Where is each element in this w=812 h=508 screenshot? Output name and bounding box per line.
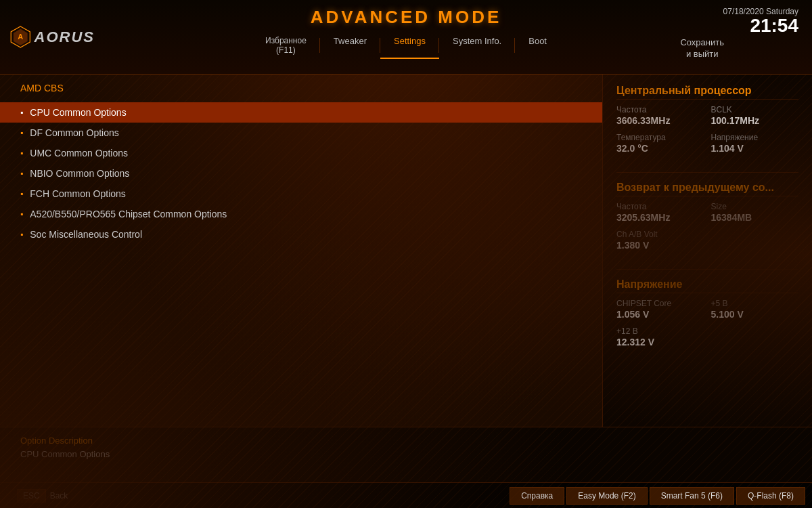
- menu-item-nbio-common[interactable]: NBIO Common Options: [0, 163, 602, 184]
- datetime-area: 07/18/2020 Saturday 21:54: [723, 7, 798, 35]
- menu-item-df-common[interactable]: DF Common Options: [0, 123, 602, 143]
- nav-tabs: Избранное (F11) Tweaker Settings System …: [252, 33, 560, 59]
- menu-item-soc-misc[interactable]: Soc Miscellaneous Control: [0, 224, 602, 245]
- advanced-mode-title: ADVANCED MODE: [252, 7, 560, 28]
- aorus-logo-icon: A: [10, 18, 31, 56]
- bg-lines: [0, 0, 812, 508]
- save-exit-button[interactable]: Сохранитьи выйти: [680, 37, 724, 60]
- menu-item-chipset-common[interactable]: A520/B550/PRO565 Chipset Common Options: [0, 204, 602, 224]
- tab-tweaker[interactable]: Tweaker: [320, 33, 380, 59]
- svg-text:A: A: [18, 33, 23, 41]
- title-area: ADVANCED MODE Избранное (F11) Tweaker Se…: [252, 7, 560, 59]
- datetime-time: 21:54: [723, 16, 798, 35]
- header: A AORUS ADVANCED MODE Избранное (F11) Tw…: [0, 0, 812, 75]
- logo-area: A AORUS: [0, 18, 95, 56]
- tab-settings[interactable]: Settings: [380, 33, 439, 59]
- logo-text: AORUS: [35, 28, 95, 46]
- menu-item-fch-common[interactable]: FCH Common Options: [0, 184, 602, 204]
- main-container: A AORUS ADVANCED MODE Избранное (F11) Tw…: [0, 0, 812, 508]
- tab-system-info[interactable]: System Info.: [439, 33, 515, 59]
- tab-boot[interactable]: Boot: [515, 33, 560, 59]
- tab-favorites[interactable]: Избранное (F11): [252, 33, 320, 59]
- menu-item-umc-common[interactable]: UMC Common Options: [0, 143, 602, 163]
- menu-item-cpu-common[interactable]: CPU Common Options: [0, 102, 602, 123]
